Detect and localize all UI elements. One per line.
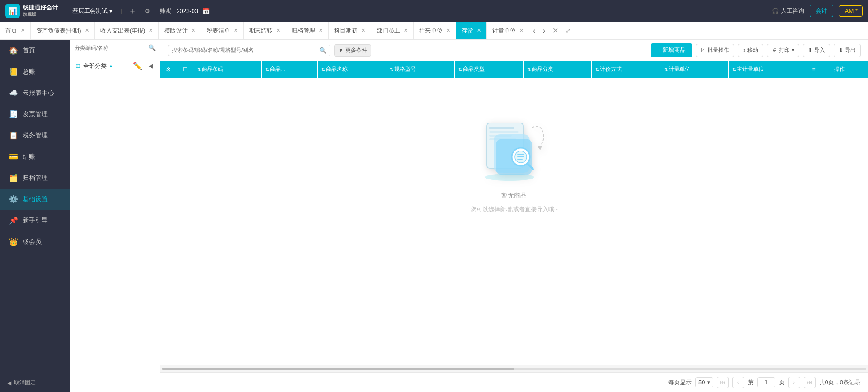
th-type[interactable]: ⇅商品类型 [454, 61, 523, 78]
tab-close-icon[interactable]: ✕ [276, 28, 280, 33]
tab-close-icon[interactable]: ✕ [361, 28, 365, 33]
horizontal-scrollbar[interactable] [160, 365, 868, 372]
product-table: ⚙ ☐ ⇅商品条码 ⇅商品... ⇅商品名称 ⇅规格型号 ⇅商品类型 ⇅商品分类… [160, 61, 868, 250]
tax-icon: 📋 [9, 131, 18, 140]
tab-inventory[interactable]: 存货 ✕ [456, 22, 487, 40]
iam-badge[interactable]: iAM * [839, 5, 863, 17]
tab-next-btn[interactable]: › [539, 22, 549, 40]
unfix-btn[interactable]: ◀ 取消固定 [7, 379, 63, 387]
filter-btn[interactable]: ▼ 更多条件 [334, 44, 371, 57]
print-dropdown-icon: ▾ [792, 47, 794, 53]
import-btn[interactable]: ⬆ 导入 [803, 44, 830, 57]
sidebar-item-home[interactable]: 🏠 首页 [0, 40, 70, 61]
tab-close-icon[interactable]: ✕ [191, 28, 195, 33]
calendar-icon[interactable]: 📅 [203, 8, 210, 14]
th-gear[interactable]: ⚙ [160, 61, 177, 78]
th-barcode[interactable]: ⇅商品条码 [193, 61, 262, 78]
tab-label: 期末结转 [249, 27, 273, 35]
sidebar-item-invoice[interactable]: 🧾 发票管理 [0, 104, 70, 125]
add-product-btn[interactable]: + 新增商品 [651, 43, 692, 57]
tab-close-icon[interactable]: ✕ [519, 28, 524, 33]
export-btn[interactable]: ⬇ 导出 [834, 44, 861, 57]
search-icon[interactable]: 🔍 [319, 47, 326, 54]
toolbar-right: + 新增商品 ☑ 批量操作 ↕ 移动 🖨 打印 ▾ [651, 43, 861, 57]
tab-label: 存货 [462, 27, 473, 35]
th-unit[interactable]: ⇅计量单位 [660, 61, 729, 78]
sidebar-item-reports[interactable]: ☁️ 云报表中心 [0, 82, 70, 104]
sidebar-item-label: 归档管理 [23, 174, 48, 182]
th-price-method[interactable]: ⇅计价方式 [592, 61, 660, 78]
print-btn[interactable]: 🖨 打印 ▾ [767, 44, 799, 57]
th-extra[interactable]: ≡ [808, 61, 830, 78]
collapse-icon[interactable]: ◀ [146, 61, 155, 71]
category-search-input[interactable] [75, 45, 146, 51]
tab-close-icon[interactable]: ✕ [85, 28, 89, 33]
batch-btn[interactable]: ☑ 批量操作 [696, 44, 734, 57]
tab-close-all-btn[interactable]: ✕ [549, 22, 562, 40]
company-selector[interactable]: 基层工会测试 ▾ [69, 5, 116, 17]
tab-subject[interactable]: 科目期初 ✕ [329, 22, 371, 40]
page-last-btn[interactable]: ⏭ [804, 377, 816, 388]
sidebar-item-settle[interactable]: 💳 结账 [0, 146, 70, 167]
th-category[interactable]: ⇅商品分类 [523, 61, 592, 78]
th-check[interactable]: ☐ [177, 61, 193, 78]
search-input[interactable] [172, 47, 316, 53]
sidebar: 🏠 首页 📒 总账 ☁️ 云报表中心 🧾 发票管理 📋 税务管理 💳 结账 🗂️… [0, 40, 70, 392]
page-first-btn[interactable]: ⏮ [717, 377, 729, 388]
home-icon: 🏠 [9, 46, 18, 55]
tab-balance[interactable]: 资产负债表(中期) ✕ [31, 22, 95, 40]
tab-close-icon[interactable]: ✕ [21, 28, 25, 33]
tab-close-icon[interactable]: ✕ [477, 28, 481, 33]
tab-archive[interactable]: 归档管理 ✕ [286, 22, 329, 40]
sidebar-item-tax[interactable]: 📋 税务管理 [0, 125, 70, 146]
tab-contacts[interactable]: 往来单位 ✕ [414, 22, 456, 40]
scroll-thumb[interactable] [162, 368, 514, 370]
tab-tax[interactable]: 税表清单 ✕ [201, 22, 244, 40]
sidebar-item-label: 总账 [23, 68, 35, 76]
header-settings-icon[interactable]: ⚙ [143, 6, 152, 16]
tab-units[interactable]: 计量单位 ✕ [487, 22, 529, 40]
th-name[interactable]: ⇅商品名称 [317, 61, 386, 78]
th-spec[interactable]: ⇅规格型号 [386, 61, 455, 78]
sidebar-item-settings[interactable]: ⚙️ 基础设置 [0, 189, 70, 210]
move-btn[interactable]: ↕ 移动 [738, 44, 763, 57]
sidebar-item-label: 云报表中心 [23, 89, 54, 97]
headphone-icon: 🎧 [772, 8, 779, 14]
tab-income[interactable]: 收入支出表(年报) ✕ [95, 22, 159, 40]
sidebar-item-guide[interactable]: 📌 新手引导 [0, 210, 70, 231]
tab-home[interactable]: 首页 ✕ [0, 22, 31, 40]
header-add-btn[interactable]: ＋ [127, 4, 138, 18]
total-records: 共0页，0条记录 [819, 378, 861, 387]
th-code[interactable]: ⇅商品... [262, 61, 317, 78]
page-next-btn[interactable]: › [788, 377, 800, 388]
tab-close-icon[interactable]: ✕ [149, 28, 153, 33]
print-icon: 🖨 [772, 47, 777, 53]
tab-label: 收入支出表(年报) [100, 27, 146, 35]
tab-template[interactable]: 模版设计 ✕ [159, 22, 201, 40]
tab-close-icon[interactable]: ✕ [319, 28, 323, 33]
sidebar-item-archive[interactable]: 🗂️ 归档管理 [0, 167, 70, 189]
sidebar-item-ledger[interactable]: 📒 总账 [0, 61, 70, 82]
th-main-unit[interactable]: ⇅主计量单位 [729, 61, 808, 78]
page-label: 第 [748, 378, 754, 387]
page-size-select[interactable]: 50 ▾ [695, 377, 713, 387]
edit-icon[interactable]: ✏️ [133, 61, 142, 70]
tab-label: 部门员工 [377, 27, 400, 35]
account-btn[interactable]: 会计 [810, 5, 833, 17]
tab-department[interactable]: 部门员工 ✕ [371, 22, 414, 40]
tab-close-icon[interactable]: ✕ [446, 28, 450, 33]
tab-close-icon[interactable]: ✕ [234, 28, 238, 33]
scroll-track[interactable] [162, 368, 866, 370]
tab-bar: 首页 ✕ 资产负债表(中期) ✕ 收入支出表(年报) ✕ 模版设计 ✕ 税表清单… [0, 22, 868, 40]
all-categories[interactable]: ⊞ 全部分类 ● ✏️ ◀ [70, 56, 160, 76]
top-header: 📊 畅捷通好会计 旗舰版 基层工会测试 ▾ | ＋ ⚙ 账期 2023-03 📅… [0, 0, 868, 22]
category-search-icon[interactable]: 🔍 [148, 44, 156, 51]
tab-close-icon[interactable]: ✕ [404, 28, 408, 33]
tab-prev-btn[interactable]: ‹ [529, 22, 539, 40]
help-btn[interactable]: 🎧 人工咨询 [772, 7, 804, 15]
tab-period-end[interactable]: 期末结转 ✕ [244, 22, 286, 40]
page-input[interactable] [757, 377, 775, 387]
page-prev-btn[interactable]: ‹ [732, 377, 744, 388]
tab-expand-btn[interactable]: ⤢ [562, 22, 574, 40]
sidebar-item-member[interactable]: 👑 畅会员 [0, 231, 70, 252]
